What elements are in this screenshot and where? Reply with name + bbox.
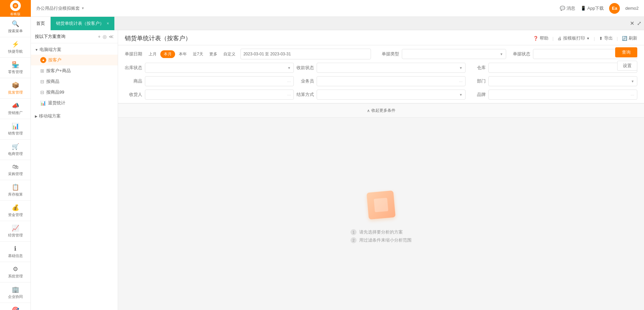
user-name[interactable]: demo2 (625, 6, 639, 11)
sidebar-item-marketing[interactable]: 📣 营销推广 (0, 99, 31, 119)
doc-type-arrow: ▼ (500, 52, 503, 56)
warehouse-label: 仓库 (468, 65, 486, 71)
out-status-group: 出库状态 ▼ (125, 63, 294, 73)
sidebar-item-quick-nav[interactable]: ⚡ 快捷导航 (0, 37, 31, 58)
sidebar-item-retail[interactable]: 🏪 零售管理 (0, 58, 31, 78)
scheme-item-return-stats[interactable]: 📊 退货统计 (31, 98, 118, 108)
out-status-control[interactable]: ▼ (145, 63, 294, 73)
goods-dots: ··· (287, 79, 291, 84)
sidebar-item-sales[interactable]: 📊 销售管理 (0, 119, 31, 140)
sidebar-label-retail: 零售管理 (8, 69, 23, 74)
export-button[interactable]: ⬆ 导出 (599, 35, 613, 41)
goods-group: 商品 ··· (125, 76, 294, 86)
tab-close-button[interactable]: × (107, 21, 109, 26)
system-icon: ⚙ (13, 265, 18, 273)
filter-section: 单据日期 上月 本月 本年 近7天 更多 自定义 2023-03-01 至 20… (118, 45, 644, 103)
empty-hint-1: 1 请先选择要分析的方案 (351, 229, 412, 235)
by-customer-goods-icon: ⊞ (40, 68, 44, 73)
query-button[interactable]: 查询 (615, 47, 637, 57)
sidebar-label-wholesale: 批发管理 (8, 90, 23, 95)
recipient-group: 收货人 ··· (125, 90, 294, 100)
sidebar-label-basic: 基础信息 (8, 253, 23, 258)
date-range-picker[interactable]: 2023-03-01 至 2023-03-31 (240, 49, 371, 59)
desktop-group-header[interactable]: ▼ 电脑端方案 (31, 45, 118, 55)
mobile-group-header[interactable]: ▶ 移动端方案 (31, 111, 118, 121)
finance-icon: 💰 (12, 204, 19, 211)
sidebar-label-ecommerce: 电商管理 (8, 151, 23, 156)
empty-texts: 1 请先选择要分析的方案 2 用过滤条件来缩小分析范围 (351, 229, 412, 243)
sidebar-item-basic[interactable]: ℹ 基础信息 (0, 242, 31, 262)
refresh-icon: 🔄 (622, 36, 627, 41)
purchase-icon: 🛍 (12, 163, 18, 170)
message-button[interactable]: 💬 消息 (560, 5, 575, 11)
logo-area: 标账版 (0, 0, 31, 17)
tab-active[interactable]: 销货单统计表（按客户） × (51, 17, 114, 30)
sidebar-item-finance[interactable]: 💰 资金管理 (0, 201, 31, 221)
sidebar-item-ecommerce[interactable]: 🛒 电商管理 (0, 140, 31, 160)
scheme-item-by-customer[interactable]: ● 按客户 (31, 55, 118, 65)
sidebar-item-inventory[interactable]: 📋 库存核算 (0, 180, 31, 201)
help-button[interactable]: ❓ 帮助 (533, 35, 548, 41)
avatar[interactable]: Ea (609, 3, 620, 14)
by-goods-icon: ⊟ (40, 79, 44, 84)
sales-icon: 📊 (12, 122, 19, 130)
template-print-button[interactable]: 🖨 按模板打印 ▼ (557, 35, 590, 41)
sidebar-item-system[interactable]: ⚙ 系统管理 (0, 262, 31, 282)
collapse-button[interactable]: ∧ 收起更多条件 (367, 106, 395, 115)
sidebar-item-operations[interactable]: 📈 经营管理 (0, 221, 31, 242)
out-status-arrow: ▼ (287, 66, 291, 70)
tab-home[interactable]: 首页 (31, 17, 51, 30)
logo-icon (10, 0, 21, 11)
collect-status-control[interactable]: ▼ (317, 63, 466, 73)
collect-status-group: 收款状态 ▼ (297, 63, 466, 73)
this-month-button[interactable]: 本月 (160, 50, 175, 58)
settlement-control[interactable]: ▼ (317, 90, 466, 100)
filter-row-3: 商品 ··· 业务员 ··· 部门 (125, 76, 637, 86)
recipient-control[interactable]: ··· (145, 90, 294, 100)
sidebar-label-purchase: 采购管理 (8, 171, 23, 176)
custom-button[interactable]: 自定义 (221, 50, 238, 58)
app-download-button[interactable]: 📱 App下载 (581, 5, 604, 11)
help-label: 帮助 (540, 35, 548, 41)
window-expand-button[interactable]: ⤢ (637, 20, 641, 27)
logo-text: 标账版 (10, 12, 20, 16)
settings-button[interactable]: 设置 (617, 61, 637, 71)
this-year-button[interactable]: 本年 (176, 50, 189, 58)
page-title: 销货单统计表（按客户） (125, 34, 191, 42)
last7-button[interactable]: 近7天 (191, 50, 206, 58)
sidebar-item-search[interactable]: 🔍 搜索菜单 (0, 17, 31, 37)
sidebar-item-newbie[interactable]: 🎯 新手引导 (0, 303, 31, 310)
goods-control[interactable]: ··· (145, 76, 294, 86)
scheme-desktop-group: ▼ 电脑端方案 ● 按客户 ⊞ 按客户+商品 ⊟ 按商品 ⊟ 按商品99 (31, 43, 118, 110)
sidebar-label-enterprise: 企业协同 (8, 294, 23, 299)
settings-scheme-button[interactable]: ◎ (103, 34, 107, 39)
scheme-item-by-goods[interactable]: ⊟ 按商品 (31, 76, 118, 87)
staff-label: 业务员 (297, 78, 314, 84)
add-scheme-button[interactable]: + (98, 34, 101, 39)
scheme-item-by-customer-goods[interactable]: ⊞ 按客户+商品 (31, 65, 118, 76)
refresh-button[interactable]: 🔄 刷新 (622, 35, 637, 41)
sidebar-nav: 🔍 搜索菜单 ⚡ 快捷导航 🏪 零售管理 📦 批发管理 📣 营销推广 📊 销售管… (0, 17, 31, 310)
message-label: 消息 (567, 5, 575, 11)
prev-month-button[interactable]: 上月 (146, 50, 159, 58)
brand-control[interactable]: ··· (488, 90, 637, 100)
scheme-item-by-goods-99[interactable]: ⊟ 按商品99 (31, 87, 118, 98)
left-panel-actions: + ◎ ≪ (98, 34, 114, 39)
sidebar-item-enterprise[interactable]: 🏢 企业协同 (0, 282, 31, 303)
dept-arrow: ▼ (631, 80, 634, 83)
staff-control[interactable]: ··· (317, 76, 466, 86)
window-close-button[interactable]: ✕ (630, 20, 634, 27)
dept-control[interactable]: ▼ (488, 76, 637, 86)
doc-type-control[interactable]: ▼ (402, 49, 506, 59)
header-left: 办公用品行业模拟账套 ▼ (36, 5, 85, 11)
tab-bar-right: ✕ ⤢ (630, 20, 644, 27)
retail-icon: 🏪 (12, 61, 19, 68)
sidebar-item-purchase[interactable]: 🛍 采购管理 (0, 160, 31, 180)
date-quick-buttons: 上月 本月 本年 近7天 更多 自定义 (146, 50, 238, 58)
ecommerce-icon: 🛒 (12, 143, 19, 150)
app-selector[interactable]: 办公用品行业模拟账套 ▼ (36, 5, 85, 11)
sidebar-item-wholesale[interactable]: 📦 批发管理 (0, 78, 31, 99)
more-button[interactable]: 更多 (207, 50, 220, 58)
collapse-panel-button[interactable]: ≪ (109, 34, 114, 39)
basic-icon: ℹ (14, 245, 16, 252)
